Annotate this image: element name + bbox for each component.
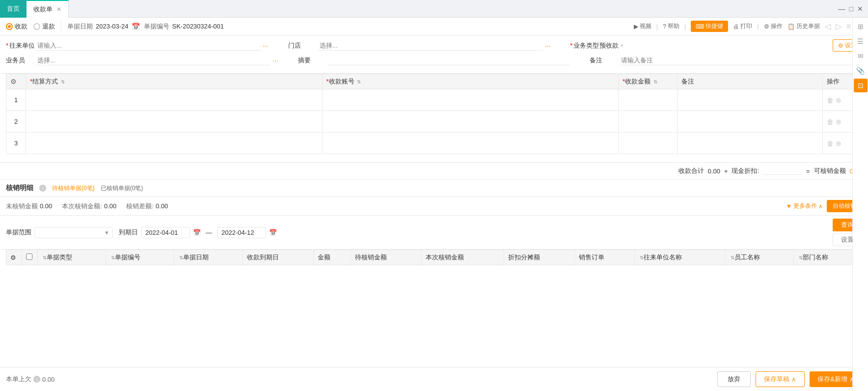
calendar-icon[interactable]: 📅 <box>132 23 140 30</box>
video-link[interactable]: ▶ 视频 <box>634 22 651 30</box>
sidebar-mail-icon[interactable]: ✉ <box>854 49 868 63</box>
form-row-2: 业务员 ··· 摘要 备注 <box>6 56 862 65</box>
delete-icon-2[interactable]: 🗑 <box>827 118 834 126</box>
staff-input[interactable] <box>35 56 271 65</box>
help-icon: ? <box>663 23 666 30</box>
abandon-button[interactable]: 放弃 <box>717 371 751 387</box>
staff-more-btn[interactable]: ··· <box>272 56 278 64</box>
counterpart-more-btn[interactable]: ··· <box>263 42 269 50</box>
draft-label: 保存草稿 <box>764 375 789 384</box>
done-tab[interactable]: 已核销单据(0笔) <box>101 184 143 193</box>
shop-input[interactable] <box>318 41 543 51</box>
table-row: 1 🗑 ⊕ <box>6 89 862 111</box>
row-remark-3[interactable] <box>678 133 823 154</box>
help-link[interactable]: ? 帮助 <box>663 22 679 30</box>
row-amount-1[interactable] <box>619 89 678 111</box>
maximize-button[interactable]: □ <box>849 5 853 13</box>
calendar-to-icon[interactable]: 📅 <box>269 229 277 236</box>
abstract-input[interactable] <box>327 56 570 65</box>
due-date-to-input[interactable] <box>217 227 266 238</box>
calendar-from-icon[interactable]: 📅 <box>193 229 201 236</box>
biz-type-select[interactable]: 预收款 ▾ <box>599 41 624 50</box>
table-row: 3 🗑 ⊕ <box>6 133 862 154</box>
form-area: 往来单位 ··· 门店 ··· 业务类型 预收款 ▾ ⚙ <box>0 35 868 74</box>
staff-field: 业务员 ··· <box>6 56 278 65</box>
tab-receipt[interactable]: 收款单 ✕ <box>27 0 69 18</box>
footer-buttons: 放弃 保存草稿 ∧ 保存&新增 ∧ <box>717 371 862 387</box>
shop-more-btn[interactable]: ··· <box>545 42 551 50</box>
tab-home[interactable]: 首页 <box>0 0 27 18</box>
row-settle-3[interactable] <box>26 133 323 154</box>
btcol-discount: 折扣分摊额 <box>504 250 574 265</box>
radio-receipt-dot <box>6 23 13 30</box>
row-remark-2[interactable] <box>678 111 823 133</box>
save-draft-button[interactable]: 保存草稿 ∧ <box>756 371 805 387</box>
radio-refund[interactable]: 退款 <box>33 22 55 31</box>
filter-row: 单据范围 ▾ 到期日 📅 — 📅 查询 设置 <box>0 216 868 250</box>
minimize-button[interactable]: — <box>839 5 845 13</box>
btcol-current: 本次核销金额 <box>422 250 504 265</box>
range-arrow-icon: ▾ <box>105 229 108 236</box>
current-label: 本次核销金额: <box>62 202 102 211</box>
row-remark-1[interactable] <box>678 89 823 111</box>
available-label: 可核销金额 <box>814 167 846 175</box>
discount-label: 现金折扣: <box>732 167 759 175</box>
sort-account-icon: ⇅ <box>357 79 361 84</box>
bottom-table-wrap: ⚙ ⇅单据类型 ⇅单据编号 ⇅单据日期 收款到期日 金额 <box>0 250 868 367</box>
discount-input[interactable] <box>763 167 802 175</box>
remark-input[interactable] <box>619 56 862 65</box>
actions-link[interactable]: ⚙ 操作 <box>764 22 783 30</box>
row-account-1[interactable] <box>322 89 619 111</box>
abstract-field: 摘要 <box>298 56 570 65</box>
close-button[interactable]: ✕ <box>857 5 863 13</box>
summary-row: 收款合计 0.00 + 现金折扣: = 可核销金额 0.00 <box>0 162 868 180</box>
row-account-2[interactable] <box>322 111 619 133</box>
btcol-staff: ⇅员工名称 <box>725 250 793 265</box>
btcol-pending: 待核销金额 <box>351 250 421 265</box>
stats-right: ▼ 更多条件 ∧ 自动核销 <box>786 200 862 212</box>
more-conditions-btn[interactable]: ▼ 更多条件 ∧ <box>786 202 823 210</box>
settings-icon: ⚙ <box>838 42 843 49</box>
row-amount-2[interactable] <box>619 111 678 133</box>
btcol-gear: ⚙ <box>6 250 22 265</box>
range-select[interactable]: ▾ <box>34 227 113 238</box>
unverified-amount: 未核销金额 0.00 <box>6 202 52 211</box>
row-amount-3[interactable] <box>619 133 678 154</box>
history-icon: 📋 <box>787 23 795 30</box>
sidebar-scan-icon[interactable]: ⊡ <box>854 79 868 92</box>
range-label: 单据范围 <box>6 228 31 237</box>
due-date-from-input[interactable] <box>141 227 190 238</box>
print-link[interactable]: 🖨 打印 <box>733 22 752 30</box>
copy-icon-1[interactable]: ⊕ <box>836 96 841 104</box>
shortcut-button[interactable]: ⌨ 快捷键 <box>691 21 728 32</box>
due-date-field: 到期日 📅 — 📅 <box>119 227 277 238</box>
plus-sign: + <box>724 168 728 175</box>
filter-icon: ▼ <box>786 203 792 210</box>
counterpart-input[interactable] <box>35 41 261 51</box>
select-all-checkbox[interactable] <box>26 253 32 260</box>
bill-no-field: 单据编号 SK-20230324-001 <box>144 22 224 31</box>
row-account-3[interactable] <box>322 133 619 154</box>
radio-group: 收款 退款 <box>6 22 55 31</box>
verify-info-icon[interactable]: i <box>39 185 46 192</box>
row-settle-2[interactable] <box>26 111 323 133</box>
current-value: 0.00 <box>104 202 116 210</box>
sidebar-list-icon[interactable]: ☰ <box>854 34 868 48</box>
copy-icon-2[interactable]: ⊕ <box>836 118 841 126</box>
row-settle-1[interactable] <box>26 89 323 111</box>
pending-tab[interactable]: 待核销单据(0笔) <box>52 184 95 193</box>
copy-icon-3[interactable]: ⊕ <box>836 140 841 147</box>
history-link[interactable]: 📋 历史单据 <box>787 22 820 30</box>
tab-close-icon[interactable]: ✕ <box>56 6 61 13</box>
stats-row: 未核销金额 0.00 本次核销金额: 0.00 核销差额: 0.00 ▼ 更多条… <box>0 197 868 216</box>
sidebar-table-icon[interactable]: ⊞ <box>854 20 868 33</box>
total-label: 收款合计 <box>678 167 704 175</box>
radio-receipt[interactable]: 收款 <box>6 22 27 31</box>
footer-info-icon[interactable]: i <box>33 376 40 383</box>
bottom-gear-icon[interactable]: ⚙ <box>10 254 16 261</box>
table-gear-icon[interactable]: ⚙ <box>10 78 17 85</box>
delete-icon-1[interactable]: 🗑 <box>827 96 834 104</box>
delete-icon-3[interactable]: 🗑 <box>827 140 834 147</box>
biz-type-value: 预收款 <box>599 41 619 50</box>
sidebar-clip-icon[interactable]: 📎 <box>854 64 868 78</box>
